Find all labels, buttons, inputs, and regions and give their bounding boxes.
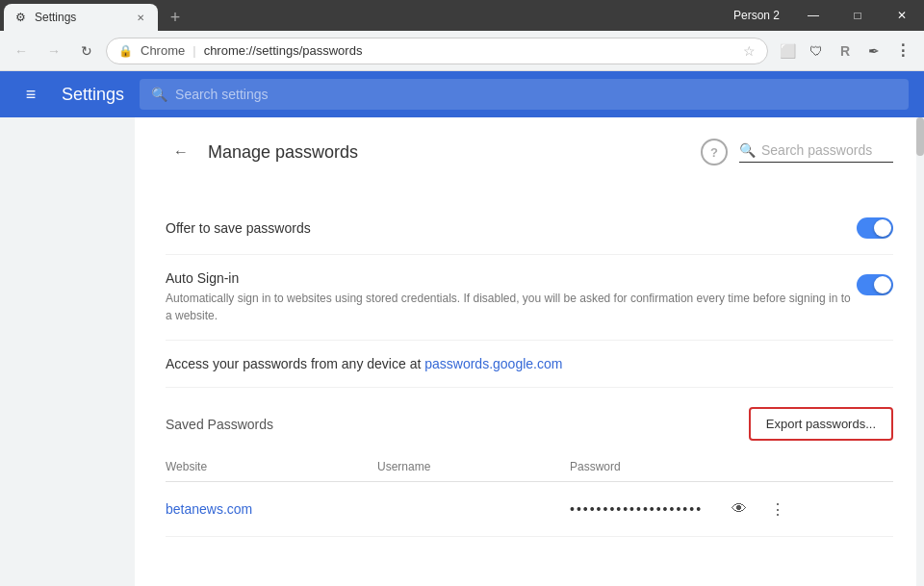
auto-sign-in-thumb — [874, 276, 891, 293]
saved-passwords-title: Saved Passwords — [166, 417, 273, 432]
search-passwords-bar[interactable]: 🔍 — [739, 142, 893, 163]
url-text: chrome://settings/passwords — [204, 43, 735, 58]
title-bar-left: ⚙ Settings ✕ + — [0, 0, 722, 31]
chrome-menu-button[interactable]: ⋮ — [889, 38, 916, 64]
more-vert-icon: ⋮ — [770, 500, 785, 519]
show-password-button[interactable]: 👁 — [724, 494, 755, 524]
settings-search-bar[interactable]: 🔍 — [140, 79, 909, 110]
access-text-prefix: Access your passwords from any device at — [166, 356, 424, 371]
chrome-label: Chrome — [141, 43, 185, 58]
search-passwords-icon: 🔍 — [739, 142, 756, 158]
lock-icon: 🔒 — [118, 44, 133, 58]
offer-to-save-row: Offer to save passwords — [166, 202, 893, 255]
password-dots: •••••••••••••••••••• — [570, 501, 724, 517]
person-label: Person 2 — [722, 9, 791, 22]
address-bar: ← → ↻ 🔒 Chrome | chrome://settings/passw… — [0, 31, 924, 71]
settings-title: Settings — [62, 85, 124, 105]
extension-icon-4[interactable]: ✒ — [860, 38, 887, 64]
website-column-header: Website — [166, 460, 377, 473]
back-icon: ← — [173, 143, 189, 161]
saved-passwords-header: Saved Passwords Export passwords... — [166, 388, 893, 452]
password-column-header: Password — [570, 460, 724, 473]
search-passwords-input[interactable] — [761, 142, 877, 158]
export-passwords-button[interactable]: Export passwords... — [749, 407, 893, 441]
passwords-table-header: Website Username Password — [166, 452, 893, 482]
content-area: ← Manage passwords ? 🔍 Offer to save pas — [135, 117, 924, 586]
back-button[interactable]: ← — [166, 137, 196, 167]
close-window-button[interactable]: ✕ — [880, 0, 924, 31]
tab-close-button[interactable]: ✕ — [133, 10, 148, 25]
toolbar-icons: ⬜ 🛡 R ✒ ⋮ — [774, 38, 916, 64]
title-bar-controls: Person 2 — □ ✕ — [722, 0, 924, 31]
extension-icon-3[interactable]: R — [832, 38, 859, 64]
access-passwords-row: Access your passwords from any device at… — [166, 341, 893, 388]
minimize-button[interactable]: — — [791, 0, 835, 31]
help-icon: ? — [710, 145, 718, 160]
auto-sign-in-section: Auto Sign-in Automatically sign in to we… — [166, 270, 857, 324]
site-link[interactable]: betanews.com — [166, 501, 252, 517]
page-header: ← Manage passwords ? 🔍 — [166, 137, 893, 179]
page-header-left: ← Manage passwords — [166, 137, 358, 167]
url-separator: | — [192, 43, 195, 58]
password-site: betanews.com — [166, 500, 377, 518]
bookmark-star-icon[interactable]: ☆ — [743, 43, 756, 59]
tab-favicon: ⚙ — [13, 11, 27, 24]
title-bar: ⚙ Settings ✕ + Person 2 — □ ✕ — [0, 0, 924, 31]
settings-search-icon: 🔍 — [151, 87, 167, 102]
auto-sign-in-track[interactable] — [857, 274, 893, 295]
back-nav-button[interactable]: ← — [8, 38, 35, 64]
page-title: Manage passwords — [208, 142, 358, 163]
table-row: betanews.com •••••••••••••••••••• 👁 ⋮ — [166, 482, 893, 537]
main-content: ← Manage passwords ? 🔍 Offer to save pas — [0, 117, 924, 586]
auto-sign-in-desc: Automatically sign in to websites using … — [166, 290, 857, 324]
offer-to-save-label: Offer to save passwords — [166, 220, 311, 236]
eye-icon: 👁 — [732, 500, 747, 518]
hamburger-icon: ≡ — [26, 85, 37, 105]
refresh-nav-button[interactable]: ↻ — [73, 38, 100, 64]
forward-nav-button[interactable]: → — [40, 38, 67, 64]
scrollbar-thumb[interactable] — [916, 117, 924, 156]
username-column-header: Username — [377, 460, 570, 473]
auto-sign-in-title: Auto Sign-in — [166, 270, 857, 286]
settings-header: ≡ Settings 🔍 — [0, 71, 924, 117]
help-button[interactable]: ? — [701, 139, 728, 166]
tab-area: ⚙ Settings ✕ + — [0, 0, 189, 31]
settings-search-input[interactable] — [175, 87, 897, 102]
maximize-button[interactable]: □ — [835, 0, 880, 31]
passwords-page: ← Manage passwords ? 🔍 Offer to save pas — [135, 117, 924, 556]
scrollbar-track[interactable] — [916, 117, 924, 586]
sidebar — [0, 117, 135, 586]
password-more-button[interactable]: ⋮ — [762, 494, 793, 524]
offer-to-save-track[interactable] — [857, 217, 893, 239]
extension-icon-2[interactable]: 🛡 — [803, 38, 830, 64]
auto-sign-in-toggle[interactable] — [857, 274, 893, 295]
url-bar[interactable]: 🔒 Chrome | chrome://settings/passwords ☆ — [106, 38, 768, 64]
new-tab-button[interactable]: + — [162, 4, 189, 31]
offer-to-save-toggle[interactable] — [857, 217, 893, 239]
sidebar-menu-button[interactable]: ≡ — [15, 79, 46, 110]
actions-column-header — [724, 460, 893, 473]
offer-to-save-thumb — [874, 219, 891, 237]
extension-icon-1[interactable]: ⬜ — [774, 38, 801, 64]
auto-sign-in-row: Auto Sign-in Automatically sign in to we… — [166, 255, 893, 341]
passwords-google-link[interactable]: passwords.google.com — [424, 356, 562, 371]
active-tab[interactable]: ⚙ Settings ✕ — [4, 4, 158, 31]
password-row-actions: 👁 ⋮ — [724, 494, 893, 524]
page-header-right: ? 🔍 — [701, 139, 893, 166]
tab-title: Settings — [35, 11, 76, 24]
